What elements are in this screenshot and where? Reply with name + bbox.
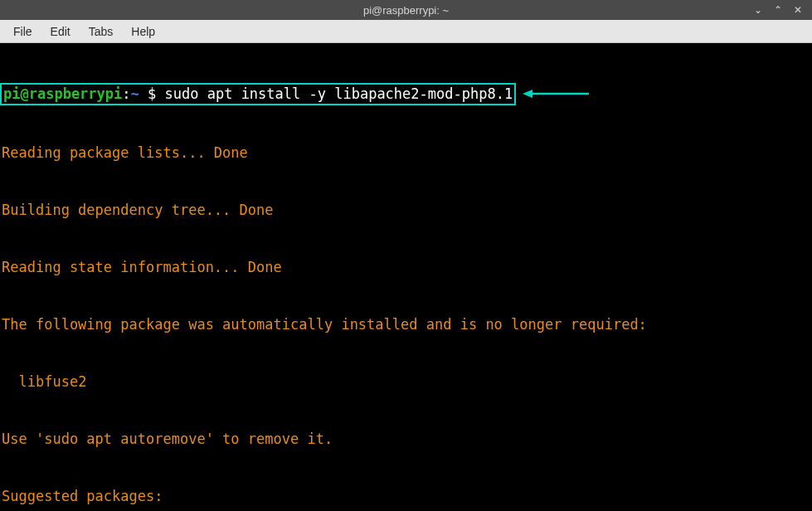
prompt-userhost: pi@raspberrypi xyxy=(3,85,122,102)
svg-marker-1 xyxy=(523,90,532,98)
output-line: Building dependency tree... Done xyxy=(2,201,810,220)
output-line: Reading state information... Done xyxy=(2,258,810,277)
titlebar[interactable]: pi@raspberrypi: ~ ⌄ ⌃ ✕ xyxy=(0,0,812,20)
maximize-button[interactable]: ⌃ xyxy=(774,4,782,16)
prompt-colon: : xyxy=(122,85,130,102)
output-line: libfuse2 xyxy=(2,372,810,392)
output-line: Use 'sudo apt autoremove' to remove it. xyxy=(2,430,810,449)
window-controls: ⌄ ⌃ ✕ xyxy=(754,4,809,16)
terminal-area[interactable]: pi@raspberrypi:~ $ sudo apt install -y l… xyxy=(0,43,812,511)
minimize-button[interactable]: ⌄ xyxy=(754,4,762,16)
menu-help[interactable]: Help xyxy=(123,22,163,41)
output-line: The following package was automatically … xyxy=(2,315,810,334)
menu-edit[interactable]: Edit xyxy=(42,22,79,41)
close-button[interactable]: ✕ xyxy=(794,4,802,16)
annotation-arrow-icon xyxy=(523,85,589,105)
menu-file[interactable]: File xyxy=(5,22,41,41)
menu-tabs[interactable]: Tabs xyxy=(80,22,122,41)
menubar: File Edit Tabs Help xyxy=(0,20,812,43)
prompt-line: pi@raspberrypi:~ $ sudo apt install -y l… xyxy=(2,83,810,105)
prompt-cwd: ~ xyxy=(131,85,139,102)
terminal-window: pi@raspberrypi: ~ ⌄ ⌃ ✕ File Edit Tabs H… xyxy=(0,0,812,511)
prompt-command: sudo apt install -y libapache2-mod-php8.… xyxy=(165,85,513,102)
output-line: Suggested packages: xyxy=(2,487,810,506)
output-line: Reading package lists... Done xyxy=(2,144,810,163)
window-title: pi@raspberrypi: ~ xyxy=(0,4,812,17)
prompt-dollar: $ xyxy=(139,85,165,102)
